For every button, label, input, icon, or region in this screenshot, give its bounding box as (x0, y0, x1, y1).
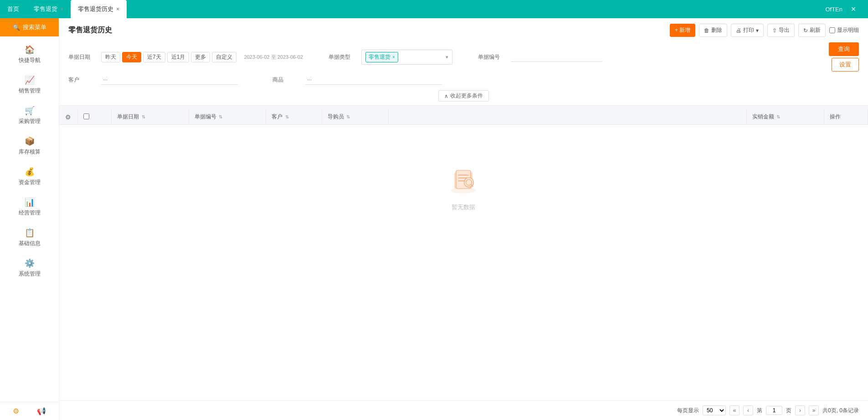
purchase-icon: 🛒 (25, 106, 35, 116)
voucher-no-label: 单据编号 (478, 53, 503, 61)
main-layout: 🔍 搜索菜单 🏠 快捷导航 📈 销售管理 🛒 采购管理 📦 库存核算 💰 (0, 18, 868, 420)
sidebar-item-sales[interactable]: 📈 销售管理 (0, 69, 59, 99)
sidebar-item-basic-info[interactable]: 📋 基础信息 (0, 221, 59, 252)
setting-button[interactable]: 设置 (832, 58, 859, 72)
sidebar-item-operations[interactable]: 📊 经营管理 (0, 191, 59, 221)
first-page-btn[interactable]: « (729, 405, 740, 415)
speaker-btn[interactable]: 📢 (37, 407, 46, 415)
page-input[interactable] (766, 406, 782, 415)
column-settings-icon[interactable]: ⚙ (65, 113, 71, 121)
refresh-button[interactable]: ↻ 刷新 (798, 24, 826, 37)
th-voucher-date-label: 单据日期 (117, 113, 139, 120)
voucher-no-input[interactable] (511, 52, 602, 62)
table-body: 暂无数据 (59, 125, 868, 248)
date-btn-custom[interactable]: 自定义 (212, 52, 236, 62)
sidebar-item-operations-label: 经营管理 (19, 209, 41, 217)
page-unit: 页 (786, 407, 791, 415)
display-detail-checkbox[interactable] (829, 27, 835, 33)
tab-home[interactable]: 首页 (0, 0, 26, 18)
tab-retail-return-history[interactable]: 零售退货历史 × (71, 0, 127, 18)
th-customer-sort-icon: ⇅ (285, 114, 289, 119)
select-all-checkbox[interactable] (83, 113, 89, 119)
operations-icon: 📊 (25, 197, 35, 207)
sidebar-item-system-label: 系统管理 (19, 270, 41, 278)
sidebar: 🔍 搜索菜单 🏠 快捷导航 📈 销售管理 🛒 采购管理 📦 库存核算 💰 (0, 18, 59, 420)
delete-icon: 🗑 (704, 27, 709, 34)
date-range-text: 2023-06-02 至 2023-06-02 (244, 54, 303, 61)
date-btn-more[interactable]: 更多 (191, 52, 210, 62)
sidebar-item-inventory-label: 库存核算 (19, 148, 41, 156)
last-page-btn[interactable]: » (809, 405, 819, 415)
table-head: ⚙ 单据日期 ⇅ 单据编号 ⇅ (59, 109, 868, 125)
sidebar-item-quick-nav[interactable]: 🏠 快捷导航 (0, 38, 59, 69)
filter-row-customer: 客户 商品 (68, 75, 859, 85)
th-actual-amount-sort-icon: ⇅ (776, 114, 780, 119)
goods-input[interactable] (305, 75, 442, 85)
th-voucher-no-label: 单据编号 (195, 113, 216, 120)
th-voucher-date-sort-icon: ⇅ (142, 114, 145, 119)
next-page-btn[interactable]: › (795, 405, 805, 415)
sidebar-search[interactable]: 🔍 搜索菜单 (0, 18, 59, 36)
sidebar-item-purchase-label: 采购管理 (19, 118, 41, 125)
sales-icon: 📈 (25, 75, 35, 85)
per-page-select[interactable]: 10 20 50 100 (703, 405, 726, 415)
date-btn-7days[interactable]: 近7天 (143, 52, 165, 62)
query-button[interactable]: 查询 (829, 42, 859, 56)
th-gear[interactable]: ⚙ (59, 109, 77, 125)
th-actual-amount-label: 实销金额 (752, 113, 774, 120)
new-button[interactable]: + 新增 (670, 24, 695, 37)
date-btn-yesterday[interactable]: 昨天 (101, 52, 120, 62)
th-voucher-date[interactable]: 单据日期 ⇅ (112, 109, 189, 125)
th-checkbox[interactable] (77, 109, 112, 125)
voucher-type-tag-close[interactable]: × (392, 55, 395, 60)
gear-btn[interactable]: ⚙ (13, 407, 19, 415)
customer-input[interactable] (101, 75, 238, 85)
sidebar-item-finance[interactable]: 💰 资金管理 (0, 160, 59, 191)
empty-text: 暂无数据 (452, 203, 475, 211)
customer-label: 客户 (68, 76, 94, 84)
print-button[interactable]: 🖨 打印 ▾ (731, 24, 764, 37)
date-btn-today[interactable]: 今天 (122, 52, 141, 62)
voucher-type-value: 零售退货 (369, 53, 390, 61)
tab-retail-return-history-close[interactable]: × (116, 6, 119, 12)
print-dropdown-icon: ▾ (756, 27, 759, 34)
filter-date-btns: 昨天 今天 近7天 近1月 更多 自定义 (101, 52, 236, 62)
tab-retail-return[interactable]: 零售退货 × (26, 0, 71, 18)
sidebar-search-label: 搜索菜单 (23, 23, 46, 31)
th-guide[interactable]: 导购员 ⇅ (322, 109, 388, 125)
top-bar-right: OfTEn × (825, 2, 868, 16)
query-setting-area: 查询 设置 (829, 42, 859, 72)
inventory-icon: 📦 (25, 136, 35, 146)
th-customer-label: 客户 (272, 113, 282, 120)
sidebar-item-inventory[interactable]: 📦 库存核算 (0, 130, 59, 160)
th-voucher-no[interactable]: 单据编号 ⇅ (189, 109, 266, 125)
pagination-bar: 每页显示 10 20 50 100 « ‹ 第 页 › » 共0页, 0条记录 (59, 400, 868, 420)
sidebar-item-sales-label: 销售管理 (19, 87, 41, 95)
collapse-label: 收起更多条件 (450, 92, 483, 100)
refresh-label: 刷新 (810, 26, 821, 34)
voucher-type-dropdown-icon: ▾ (446, 54, 448, 60)
export-button[interactable]: ⇧ 导出 (767, 24, 795, 37)
delete-button[interactable]: 🗑 删除 (699, 24, 727, 37)
date-btn-1month[interactable]: 近1月 (167, 52, 190, 62)
prev-page-btn[interactable]: ‹ (743, 405, 753, 415)
tab-retail-return-close[interactable]: × (60, 6, 63, 12)
empty-illustration (445, 161, 482, 198)
print-icon: 🖨 (736, 27, 741, 34)
th-customer[interactable]: 客户 ⇅ (266, 109, 322, 125)
top-bar: 首页 零售退货 × 零售退货历史 × OfTEn × (0, 0, 868, 18)
print-label: 打印 (743, 26, 754, 34)
toolbar-btns: + 新增 🗑 删除 🖨 打印 ▾ ⇧ 导出 ↻ (670, 24, 859, 37)
voucher-type-select[interactable]: 零售退货 × ▾ (361, 50, 452, 65)
th-action: 操作 (824, 109, 868, 125)
collapse-btn[interactable]: ∧ 收起更多条件 (438, 90, 489, 102)
total-text: 共0页, 0条记录 (822, 407, 859, 415)
sidebar-item-system[interactable]: ⚙️ 系统管理 (0, 252, 59, 282)
goods-label: 商品 (272, 76, 298, 84)
sidebar-nav: 🏠 快捷导航 📈 销售管理 🛒 采购管理 📦 库存核算 💰 资金管理 📊 (0, 36, 59, 402)
th-actual-amount[interactable]: 实销金额 ⇅ (747, 109, 824, 125)
display-detail-toggle[interactable]: 显示明细 (829, 26, 859, 34)
th-guide-label: 导购员 (328, 113, 344, 120)
sidebar-item-purchase[interactable]: 🛒 采购管理 (0, 99, 59, 130)
window-close-btn[interactable]: × (846, 2, 861, 16)
